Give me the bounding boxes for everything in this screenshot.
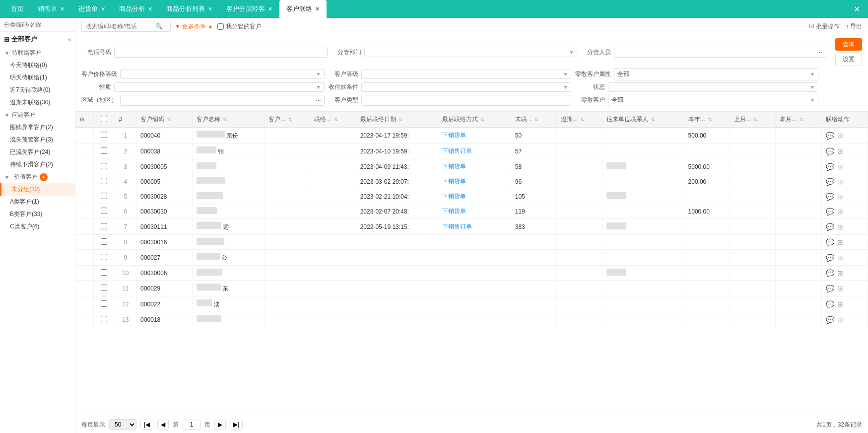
customer-grade-select[interactable]: ▼ bbox=[361, 70, 572, 79]
grid-icon[interactable]: ⊞ bbox=[837, 193, 843, 201]
th-settings[interactable]: ⚙ bbox=[75, 112, 93, 128]
tab-goods-analysis[interactable]: 商品分析 ✕ bbox=[112, 0, 159, 18]
message-icon[interactable]: 💬 bbox=[826, 316, 834, 324]
row-checkbox[interactable] bbox=[93, 174, 115, 189]
select-all-checkbox[interactable] bbox=[101, 116, 107, 122]
grid-icon[interactable]: ⊞ bbox=[837, 300, 843, 308]
row-checkbox[interactable] bbox=[93, 250, 115, 266]
sidebar-collapse-btn[interactable]: « bbox=[68, 36, 71, 42]
row-checkbox[interactable] bbox=[93, 235, 115, 250]
tab-sales-close[interactable]: ✕ bbox=[60, 6, 65, 12]
filter-my-customers[interactable]: 我分管的客户 bbox=[217, 22, 262, 31]
price-grade-select[interactable]: ▼ bbox=[120, 70, 325, 79]
phone-input[interactable] bbox=[114, 47, 328, 58]
filter-search-input[interactable] bbox=[86, 23, 155, 30]
grid-icon[interactable]: ⊞ bbox=[837, 285, 843, 292]
manager-select[interactable]: ··· bbox=[614, 47, 827, 58]
tab-goods-analysis-close[interactable]: ✕ bbox=[148, 6, 152, 12]
tab-customer-segment-close[interactable]: ✕ bbox=[268, 6, 272, 12]
grid-icon[interactable]: ⊞ bbox=[837, 316, 843, 324]
sidebar-item-b-class[interactable]: B类客户(33) bbox=[0, 208, 75, 220]
tab-goods-analysis-list-close[interactable]: ✕ bbox=[208, 6, 212, 12]
dept-select[interactable]: ▼ bbox=[364, 48, 578, 57]
my-customers-checkbox[interactable] bbox=[217, 23, 224, 30]
status-select[interactable]: ▼ bbox=[608, 82, 818, 92]
th-uncontact[interactable]: 未联... ⇅ bbox=[511, 112, 556, 128]
message-icon[interactable]: 💬 bbox=[826, 163, 834, 171]
sidebar-item-a-class[interactable]: A类客户(1) bbox=[0, 196, 75, 208]
row-checkbox[interactable] bbox=[93, 296, 115, 312]
row-checkbox[interactable] bbox=[93, 144, 115, 159]
nature-select[interactable]: ▼ bbox=[114, 82, 325, 92]
sidebar-item-tomorrow-pending[interactable]: 明天待联络(1) bbox=[0, 72, 75, 84]
tab-purchase[interactable]: 进货单 ✕ bbox=[71, 0, 112, 18]
sidebar-all-customers[interactable]: ⊞ 全部客户 « bbox=[0, 32, 75, 47]
th-last-contact-method[interactable]: 最后联络方式 ⇅ bbox=[438, 112, 511, 128]
sidebar-item-week-pending[interactable]: 近7天待联络(0) bbox=[0, 84, 75, 96]
message-icon[interactable]: 💬 bbox=[826, 269, 834, 277]
sidebar-item-declining[interactable]: 持续下滑客户(2) bbox=[0, 158, 75, 171]
grid-icon[interactable]: ⊞ bbox=[837, 132, 843, 140]
th-name[interactable]: 客户名称 ⇅ bbox=[192, 112, 264, 128]
th-type[interactable]: 客户... ⇅ bbox=[265, 112, 310, 128]
message-icon[interactable]: 💬 bbox=[826, 285, 834, 292]
grid-icon[interactable]: ⊞ bbox=[837, 208, 843, 216]
last-page-btn[interactable]: ▶| bbox=[230, 420, 243, 430]
tab-sales[interactable]: 销售单 ✕ bbox=[31, 0, 71, 18]
message-icon[interactable]: 💬 bbox=[826, 254, 834, 262]
th-contact[interactable]: 联络... ⇅ bbox=[310, 112, 356, 128]
customer-type-input[interactable] bbox=[361, 95, 572, 106]
sidebar-group-value[interactable]: ▼ 价值客户 ● bbox=[0, 171, 75, 183]
reset-button[interactable]: 设置 bbox=[835, 53, 862, 66]
retail-attr-select[interactable]: 全部▼ bbox=[614, 68, 818, 80]
grid-icon[interactable]: ⊞ bbox=[837, 223, 843, 231]
message-icon[interactable]: 💬 bbox=[826, 208, 834, 216]
prev-page-btn[interactable]: ◀ bbox=[157, 420, 169, 430]
tab-goods-analysis-list[interactable]: 商品分析列表 ✕ bbox=[159, 0, 219, 18]
next-page-btn[interactable]: ▶ bbox=[214, 420, 226, 430]
row-checkbox[interactable] bbox=[93, 189, 115, 204]
row-checkbox[interactable] bbox=[93, 128, 115, 144]
message-icon[interactable]: 💬 bbox=[826, 178, 834, 186]
payment-select[interactable]: ▼ bbox=[361, 82, 572, 92]
sidebar-item-overdue-pending[interactable]: 逾期未联络(30) bbox=[0, 96, 75, 109]
filter-search-icon[interactable]: 🔍 bbox=[155, 23, 163, 30]
th-checkbox[interactable] bbox=[93, 112, 115, 128]
row-checkbox[interactable] bbox=[93, 204, 115, 219]
sidebar-item-ungroup[interactable]: 未分组(32) bbox=[0, 183, 75, 196]
message-icon[interactable]: 💬 bbox=[826, 223, 834, 231]
grid-icon[interactable]: ⊞ bbox=[837, 163, 843, 171]
first-page-btn[interactable]: |◀ bbox=[140, 420, 153, 430]
message-icon[interactable]: 💬 bbox=[826, 132, 834, 140]
region-select[interactable]: ··· bbox=[120, 95, 325, 106]
sidebar-item-churned[interactable]: 已流失客户(24) bbox=[0, 146, 75, 158]
sidebar-item-churn-warning[interactable]: 流失预警客户(3) bbox=[0, 134, 75, 146]
row-checkbox[interactable] bbox=[93, 266, 115, 281]
tab-customer-segment[interactable]: 客户分层经客 ✕ bbox=[219, 0, 279, 18]
tab-customer-contact[interactable]: 客户联络 ✕ bbox=[279, 0, 327, 18]
filter-more-btn[interactable]: ▼ 更多条件 ▲ bbox=[175, 22, 213, 31]
query-button[interactable]: 查询 bbox=[835, 38, 862, 51]
page-number-input[interactable] bbox=[183, 420, 200, 430]
sidebar-group-pending[interactable]: ▼ 待联络客户 bbox=[0, 47, 75, 59]
row-checkbox[interactable] bbox=[93, 281, 115, 296]
sidebar-item-abnormal[interactable]: 囤购异常客户(2) bbox=[0, 121, 75, 134]
th-this-year[interactable]: 本年... ⇅ bbox=[684, 112, 730, 128]
sidebar-search-input[interactable] bbox=[4, 21, 75, 28]
message-icon[interactable]: 💬 bbox=[826, 238, 834, 246]
grid-icon[interactable]: ⊞ bbox=[837, 178, 843, 186]
sidebar-item-c-class[interactable]: C类客户(6) bbox=[0, 220, 75, 233]
row-checkbox[interactable] bbox=[93, 159, 115, 174]
message-icon[interactable]: 💬 bbox=[826, 193, 834, 201]
tab-home[interactable]: 首页 bbox=[4, 0, 31, 18]
th-last-contact-date[interactable]: 最后联络日期 ⇅ bbox=[356, 112, 438, 128]
row-checkbox[interactable] bbox=[93, 219, 115, 235]
row-checkbox[interactable] bbox=[93, 312, 115, 327]
message-icon[interactable]: 💬 bbox=[826, 147, 834, 155]
grid-icon[interactable]: ⊞ bbox=[837, 254, 843, 262]
message-icon[interactable]: 💬 bbox=[826, 300, 834, 308]
window-close-btn[interactable]: ✕ bbox=[850, 4, 864, 14]
export-btn[interactable]: ↑ 导出 bbox=[846, 22, 862, 31]
th-contact-person[interactable]: 往来单位联系人 ⇅ bbox=[602, 112, 684, 128]
th-last-month[interactable]: 上月... ⇅ bbox=[730, 112, 775, 128]
